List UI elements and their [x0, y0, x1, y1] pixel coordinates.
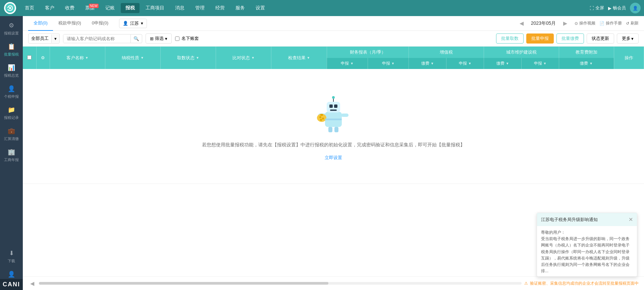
tax-settings-icon: ⚙: [7, 21, 15, 29]
financial-declare-filter-icon[interactable]: ▼: [350, 62, 354, 65]
sidebar-item-settlement[interactable]: 💼 汇算清缴: [1, 124, 21, 144]
employee-filter[interactable]: 全部员工 ▾: [28, 33, 60, 44]
warn-text: 验证账密、采集信息均成功的企业才会流转至批量报税页面中: [530, 281, 639, 286]
status-update-button[interactable]: 状态更新: [587, 33, 614, 44]
prev-month-button[interactable]: ◀: [518, 19, 526, 27]
sidebar-item-tax-record[interactable]: 📁 报税记录: [1, 103, 21, 123]
nav-manage[interactable]: 管理: [191, 3, 209, 13]
nav-message[interactable]: 消息: [170, 3, 189, 13]
refresh-icon: ↺: [626, 21, 629, 26]
th-tax-nature: 纳税性质 ▼: [105, 47, 160, 69]
th-compare-status: 比对状态 ▼: [216, 47, 271, 69]
sidebar-item-tax-overview[interactable]: 📊 报税总览: [1, 61, 21, 81]
fullscreen-label: 全屏: [595, 5, 604, 11]
th-operation: 操作: [614, 47, 644, 69]
sidebar-label-download: 下载: [8, 259, 15, 264]
sub-account-checkbox-label[interactable]: 名下账套: [175, 35, 199, 42]
search-input[interactable]: [63, 34, 130, 43]
empty-state-cell: 若您想使用批量报税功能，请先在【报税设置】中进行报税的初始化设置，完成密码验证和…: [23, 69, 644, 184]
nav-commerce[interactable]: 工商项目: [141, 3, 169, 13]
next-month-button[interactable]: ▶: [561, 19, 569, 27]
vat-pay-filter-icon[interactable]: ▼: [431, 62, 434, 65]
vat-declare-filter-icon[interactable]: ▼: [391, 62, 395, 65]
vip-label: 畅会员: [613, 5, 626, 11]
filter-label: 筛选: [155, 35, 164, 42]
svg-rect-12: [320, 114, 323, 116]
fetch-status-filter-icon[interactable]: ▼: [196, 56, 199, 60]
notification-close-button[interactable]: ✕: [629, 216, 633, 223]
province-selector[interactable]: 👤 江苏 ▾: [119, 19, 147, 28]
th-edu-surcharge: 教育费附加: [559, 47, 614, 58]
sub-account-checkbox[interactable]: [175, 37, 179, 41]
nav-right: ⛶ 全屏 ▶ 畅会员 👤: [590, 3, 641, 13]
filter-button[interactable]: ⊞ 筛选 ▾: [146, 33, 172, 44]
compare-status-filter-icon[interactable]: ▼: [251, 56, 255, 60]
tax-nature-filter-icon[interactable]: ▼: [141, 56, 144, 60]
svg-rect-10: [334, 127, 338, 132]
batch-fetch-button[interactable]: 批量取数: [496, 33, 524, 44]
nav-invoice[interactable]: 票据 NEW: [80, 3, 99, 13]
warn-icon: ⚠: [524, 281, 528, 286]
video-icon: ⊙: [575, 21, 578, 26]
action-refresh[interactable]: ↺ 刷新: [626, 20, 639, 26]
th-check-result-text: 检查结果: [288, 55, 306, 61]
scroll-left-button[interactable]: ◀: [28, 279, 36, 287]
action-manual-label: 操作手册: [606, 20, 622, 26]
more-label: 更多: [622, 35, 631, 42]
select-all-checkbox[interactable]: [27, 55, 32, 60]
action-refresh-label: 刷新: [631, 20, 639, 26]
download-icon: ⬇: [7, 249, 15, 257]
th-checkbox[interactable]: [23, 47, 36, 69]
nav-operation[interactable]: 经营: [211, 3, 229, 13]
cani-brand: CANI: [0, 279, 23, 290]
sidebar-item-personal-tax[interactable]: 👤 个税申报: [1, 82, 21, 102]
avatar[interactable]: 👤: [630, 3, 641, 13]
tax-record-icon: 📁: [7, 106, 15, 114]
nav-service[interactable]: 服务: [231, 3, 250, 13]
sidebar-item-batch-tax[interactable]: 📋 批量报税: [1, 40, 21, 60]
batch-declare-button[interactable]: 批量申报: [526, 33, 554, 44]
svg-rect-3: [327, 102, 340, 113]
city-pay-filter-icon[interactable]: ▼: [506, 62, 509, 65]
th-compare-status-text: 比对状态: [232, 55, 250, 61]
svg-rect-8: [341, 114, 348, 117]
action-manual[interactable]: 📄 操作手册: [599, 20, 622, 26]
nav-customer[interactable]: 客户: [40, 3, 59, 13]
city-declare-filter-icon[interactable]: ▼: [468, 62, 472, 65]
edu-pay-filter-icon[interactable]: ▼: [589, 62, 593, 65]
setup-link[interactable]: 立即设置: [325, 155, 342, 161]
customer-filter-icon[interactable]: ▼: [85, 56, 89, 60]
nav-billing[interactable]: 收费: [60, 3, 79, 13]
edu-declare-filter-icon[interactable]: ▼: [543, 62, 547, 65]
nav-settings[interactable]: 设置: [251, 3, 270, 13]
sidebar-download[interactable]: ⬇ 下载: [1, 246, 21, 266]
th-edu-declare: 申报 ▼: [522, 58, 559, 69]
fullscreen-btn[interactable]: ⛶ 全屏: [590, 5, 604, 11]
tab-tax-declare[interactable]: 税款申报(0): [53, 16, 87, 31]
more-button[interactable]: 更多 ▾: [617, 33, 639, 44]
search-button[interactable]: 🔍: [130, 34, 142, 43]
horizontal-scrollbar[interactable]: [39, 282, 522, 285]
tab-all-count: 0: [44, 20, 46, 25]
nav-home[interactable]: 首页: [20, 3, 39, 13]
settings-icon[interactable]: ⚙: [41, 55, 45, 60]
logo[interactable]: [3, 1, 17, 15]
sidebar-item-annual-report[interactable]: 🏢 工商年报: [1, 145, 21, 165]
svg-point-15: [320, 119, 322, 121]
action-video[interactable]: ⊙ 操作视频: [575, 20, 595, 26]
manual-icon: 📄: [599, 21, 604, 26]
batch-pay-button[interactable]: 批量缴费: [556, 33, 584, 44]
avatar-icon: 👤: [633, 6, 638, 11]
tab-zero-declare[interactable]: 0申报(0): [87, 16, 114, 31]
month-navigation: ◀ 2023年05月 ▶: [518, 19, 569, 27]
tab-all[interactable]: 全部(0): [28, 16, 53, 31]
vip-btn[interactable]: ▶ 畅会员: [608, 5, 626, 11]
sidebar-item-tax-settings[interactable]: ⚙ 报税设置: [1, 19, 21, 39]
check-result-filter-icon[interactable]: ▼: [307, 56, 310, 60]
nav-tax[interactable]: 报税: [121, 3, 140, 13]
svg-rect-18: [325, 119, 342, 120]
vip-icon: ▶: [608, 6, 611, 11]
nav-accounting[interactable]: 记账: [101, 3, 119, 13]
tab-all-label: 全部: [34, 20, 42, 25]
employee-filter-arrow[interactable]: ▾: [51, 34, 59, 43]
